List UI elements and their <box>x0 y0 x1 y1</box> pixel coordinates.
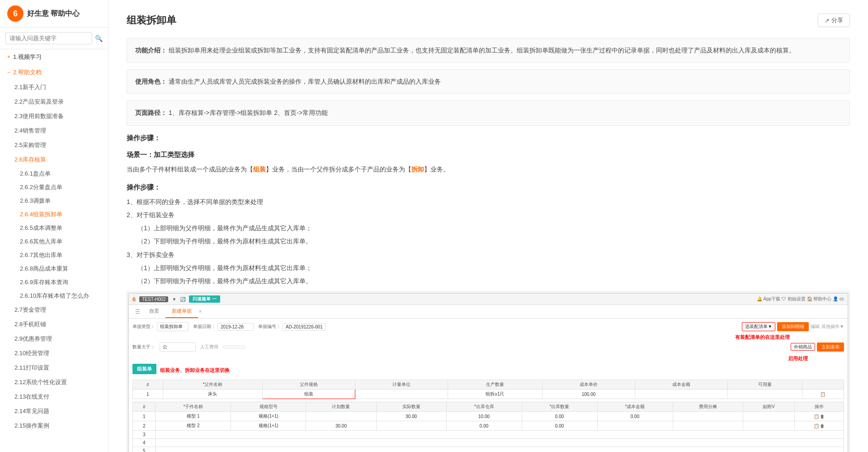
step2-sub2: （2）下部明细为子件明细，最终作为原材料生成其它出库单。 <box>137 236 850 247</box>
mock-sync-icon: 🔄 <box>180 297 185 302</box>
sidebar-item-inventory[interactable]: 2.6库存核算 <box>0 152 108 167</box>
sidebar-item-sales[interactable]: 2.4销售管理 <box>0 124 108 138</box>
mock-apply-btn[interactable]: 立刻发布 <box>817 343 844 352</box>
mock-section-row: 组装单 组装业务、拆卸业务在这里切换 <box>132 364 844 377</box>
sidebar-item-ledger-fix[interactable]: 2.6.10库存账本错了怎么办 <box>0 289 108 303</box>
table-row: 5 <box>133 447 844 452</box>
share-icon: ↗ <box>825 17 830 24</box>
role-text: 通常由生产人员或库管人员完成拆装业务的操作，库管人员确认原材料的出库和产成品的入… <box>169 78 441 85</box>
inner-screenshot: 6 TEST-H002 ▼ 🔄 闪速建单 一 🔔 App下载 🛡 初始设置 🏠 … <box>128 293 848 452</box>
mock-header-row: 单据类型： 组装拆卸单 单据日期： 2019-12-26 单据编号： AD-20… <box>132 322 844 331</box>
role-block: 使用角色： 通常由生产人员或库管人员完成拆装业务的操作，库管人员确认原材料的出库… <box>127 69 850 94</box>
mock-tab-new[interactable]: 新建单据 <box>165 305 198 318</box>
mock-bom-select[interactable]: 选装配清单▼ <box>742 322 775 331</box>
mock-type-input[interactable]: 组装拆卸单 <box>157 322 189 331</box>
mock-id-label: 单据编号： <box>258 324 281 330</box>
mock-qty-label: 数量大于： <box>132 344 155 350</box>
page-title: 组装拆卸单 <box>127 14 176 27</box>
sidebar-item-other-in[interactable]: 2.6.6其他入库单 <box>0 235 108 248</box>
mock-th-cost: 成本单价 <box>542 380 635 390</box>
mock-warehouse-select[interactable]: 外销商品 <box>791 343 815 351</box>
sidebar-header: 6 好生意 帮助中心 <box>0 0 108 28</box>
sidebar-item-cost-adj[interactable]: 2.6.5成本调整单 <box>0 221 108 235</box>
scene1-title: 场景一：加工类型选择 <box>127 151 850 159</box>
func-intro-block: 功能介绍： 组装拆卸单用来处理企业组装或拆卸等加工业务，支持有固定装配清单的产品… <box>127 38 850 63</box>
annotation-text-2: 组装业务、拆卸业务在这里切换 <box>160 367 230 374</box>
sidebar-item-faq[interactable]: 2.14常见问题 <box>0 404 108 419</box>
mock-new-btn[interactable]: 闪速建单 一 <box>189 295 220 303</box>
sidebar-item-payment[interactable]: 2.13在线支付 <box>0 390 108 404</box>
sidebar-item-stocktake[interactable]: 2.6.1盘点单 <box>0 167 108 181</box>
mock-dropdown-icon: ▼ <box>172 297 176 302</box>
mock-th-seq: # <box>133 380 163 390</box>
mock-del-btn[interactable]: 其他操作▼ <box>821 324 844 330</box>
mock-td-highlight[interactable]: 组装 <box>263 390 355 399</box>
path-label: 页面路径： <box>135 109 167 116</box>
main-content: 组装拆卸单 ↗ 分享 功能介绍： 组装拆卸单用来处理企业组装或拆卸等加工业务，支… <box>108 0 868 452</box>
share-button[interactable]: ↗ 分享 <box>818 14 850 27</box>
table-row: 1 床头 组装 组拆≥1只 100.00 📋 <box>133 390 844 399</box>
sidebar-item-purchase[interactable]: 2.5采购管理 <box>0 138 108 152</box>
plus-icon: + <box>7 54 10 60</box>
mock-logo: 6 <box>132 296 136 303</box>
mock-type-label: 单据类型： <box>132 324 155 330</box>
sidebar-item-ops[interactable]: 2.10经营管理 <box>0 346 108 361</box>
step2: 2、对于组装业务 <box>127 209 850 221</box>
mock-tab-bar: ☰ 自页 新建单据 × <box>129 305 848 319</box>
mock-child-table-header: # *子件名称 规格型号 计划数量 实际数量 *出库仓库 *出库数量 *成本金额… <box>133 402 844 412</box>
search-box: 🔍 <box>0 28 108 49</box>
nav-section-1: + 1.视频学习 <box>0 49 108 65</box>
role-label: 使用角色： <box>135 78 167 85</box>
ops-section-title: 操作步骤： <box>127 134 850 143</box>
sidebar-item-video[interactable]: + 1.视频学习 <box>0 49 108 65</box>
mock-edit-btn[interactable]: 编辑 <box>811 324 820 330</box>
sidebar-item-print[interactable]: 2.11打印设置 <box>0 361 108 375</box>
steps-block: 1、根据不同的业务，选择不同单据的类型来处理 2、对于组装业务 （1）上部明细为… <box>127 196 850 287</box>
mock-labor-input[interactable] <box>223 346 245 348</box>
func-intro-text: 组装拆卸单用来处理企业组装或拆卸等加工业务，支持有固定装配清单的产品加工业务，也… <box>169 47 795 54</box>
search-button[interactable]: 🔍 <box>95 35 103 42</box>
mock-tab-home[interactable]: 自页 <box>143 305 165 318</box>
path-text: 1、库存核算->库存管理->组装拆卸单 2、首页->常用功能 <box>169 109 328 116</box>
sidebar-item-custom[interactable]: 2.12系统个性化设置 <box>0 375 108 390</box>
search-input[interactable] <box>5 32 92 44</box>
sidebar-item-other-out[interactable]: 2.6.7其他出库单 <box>0 248 108 262</box>
func-intro-label: 功能介绍： <box>135 47 167 54</box>
mock-id-input[interactable]: AD-20191226-001 <box>283 323 326 331</box>
mock-th-op <box>802 380 844 390</box>
mock-child-table: # *子件名称 规格型号 计划数量 实际数量 *出库仓库 *出库数量 *成本金额… <box>132 402 844 452</box>
sidebar-item-cost-recalc[interactable]: 2.6.8商品成本重算 <box>0 262 108 276</box>
mock-close-icon[interactable]: × <box>198 309 203 314</box>
sidebar-item-partial-stocktake[interactable]: 2.6.2分量盘点单 <box>0 181 108 194</box>
mock-form-area: 单据类型： 组装拆卸单 单据日期： 2019-12-26 单据编号： AD-20… <box>129 319 848 452</box>
mock-th-total: 成本金额 <box>635 380 727 390</box>
sidebar-item-install[interactable]: 2.2产品安装及登录 <box>0 95 108 109</box>
mock-th-spec: 父件规格 <box>263 380 355 390</box>
nav-section-2: − 2.帮助文档 2.1新手入门 2.2产品安装及登录 2.3使用前数据准备 2… <box>0 65 108 433</box>
app-title: 好生意 帮助中心 <box>27 9 80 19</box>
sidebar-item-dataprep[interactable]: 2.3使用前数据准备 <box>0 109 108 124</box>
sidebar-item-ledger[interactable]: 2.6.9库存账本查询 <box>0 276 108 289</box>
sidebar-item-newuser[interactable]: 2.1新手入门 <box>0 80 108 95</box>
mock-table-header-row: # *父件名称 父件规格 计量单位 生产数量 成本单价 成本金额 可用量 <box>133 380 844 390</box>
mock-date-input[interactable]: 2019-12-26 <box>217 323 254 331</box>
mock-qty-input[interactable]: 公 <box>160 343 196 352</box>
sidebar-item-coupon[interactable]: 2.9优惠券管理 <box>0 332 108 346</box>
mock-confirm-btn[interactable]: 添加到明细 <box>777 322 809 331</box>
sidebar-item-assembly[interactable]: 2.6.4组装拆卸单 <box>0 208 108 221</box>
sidebar-item-cases[interactable]: 2.15操作案例 <box>0 419 108 433</box>
screenshot-container: 6 TEST-H002 ▼ 🔄 闪速建单 一 🔔 App下载 🛡 初始设置 🏠 … <box>127 291 850 452</box>
ops-steps-title: 操作步骤： <box>127 183 850 192</box>
sidebar-item-finance[interactable]: 2.7资金管理 <box>0 303 108 317</box>
annotation-text-3: 启用处理 <box>788 356 808 361</box>
scene1-desc: 当由多个子件材料组装成一个成品的业务为【组装】业务，当由一个父件拆分成多个子产品… <box>127 164 850 175</box>
step1: 1、根据不同的业务，选择不同单据的类型来处理 <box>127 196 850 208</box>
sidebar-item-helpdoc[interactable]: − 2.帮助文档 <box>0 65 108 80</box>
mock-qty-row: 数量大于： 公 人工费用 外销商品 立刻发布 <box>132 343 844 352</box>
mock-th-avail: 可用量 <box>727 380 802 390</box>
sidebar-item-mobile[interactable]: 2.8手机旺铺 <box>0 317 108 332</box>
mock-date-label: 单据日期： <box>193 324 216 330</box>
mock-th-unit: 计量单位 <box>355 380 448 390</box>
sidebar-item-transfer[interactable]: 2.6.3调拨单 <box>0 194 108 208</box>
mock-section-label[interactable]: 组装单 <box>132 364 156 374</box>
